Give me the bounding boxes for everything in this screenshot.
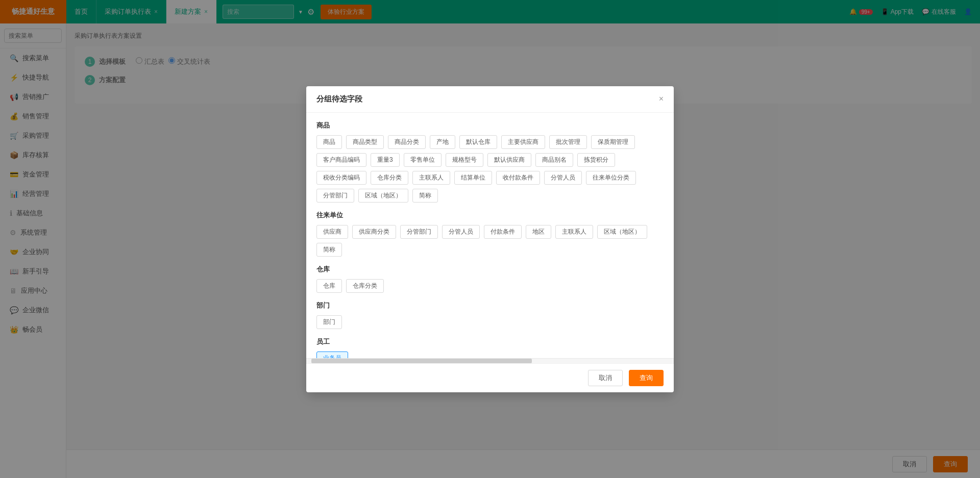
modal-header: 分组待选字段 × [306, 86, 674, 113]
field-tag[interactable]: 区域（地区） [358, 189, 408, 203]
modal-title: 分组待选字段 [316, 94, 362, 104]
section-warehouse: 仓库 仓库 仓库分类 [316, 265, 664, 293]
field-tag[interactable]: 仓库分类 [346, 279, 384, 293]
field-tag-employee[interactable]: 业务员 [316, 351, 348, 358]
section-employee-title: 员工 [316, 337, 664, 346]
field-tag[interactable]: 仓库 [316, 279, 342, 293]
field-tag[interactable]: 供应商分类 [352, 225, 396, 239]
field-tag[interactable]: 商品别名 [535, 153, 573, 167]
modal-footer: 取消 查询 [306, 363, 674, 392]
modal-confirm-btn[interactable]: 查询 [629, 370, 664, 386]
field-tag[interactable]: 简称 [412, 189, 438, 203]
field-tag[interactable]: 批次管理 [549, 135, 587, 149]
section-employee: 员工 业务员 [316, 337, 664, 358]
section-department-title: 部门 [316, 301, 664, 310]
field-tag[interactable]: 分管人员 [442, 225, 480, 239]
field-tag[interactable]: 零售单位 [404, 153, 442, 167]
field-tag[interactable]: 供应商 [316, 225, 348, 239]
field-tag[interactable]: 分管部门 [400, 225, 438, 239]
field-tag[interactable]: 保质期管理 [591, 135, 635, 149]
field-tag[interactable]: 区域（地区） [597, 225, 647, 239]
field-tag[interactable]: 规格型号 [446, 153, 483, 167]
field-tag[interactable]: 默认供应商 [487, 153, 531, 167]
field-tag[interactable]: 客户商品编码 [316, 153, 366, 167]
field-tag[interactable]: 主要供应商 [501, 135, 545, 149]
field-tag[interactable]: 默认仓库 [459, 135, 497, 149]
field-select-modal: 分组待选字段 × 商品 商品 商品类型 商品分类 产地 默认仓库 主要供应商 批… [306, 86, 674, 392]
section-goods-title: 商品 [316, 121, 664, 130]
field-tag[interactable]: 付款条件 [484, 225, 522, 239]
field-tag[interactable]: 商品类型 [346, 135, 384, 149]
field-tag[interactable]: 部门 [316, 315, 342, 329]
field-tag[interactable]: 主联系人 [555, 225, 593, 239]
field-tag[interactable]: 主联系人 [412, 171, 450, 185]
field-tag[interactable]: 分管部门 [316, 189, 354, 203]
modal-body: 商品 商品 商品类型 商品分类 产地 默认仓库 主要供应商 批次管理 保质期管理… [306, 113, 674, 358]
field-tag[interactable]: 重量3 [371, 153, 400, 167]
field-tag[interactable]: 地区 [526, 225, 551, 239]
section-employee-grid: 业务员 [316, 351, 664, 358]
modal-cancel-btn[interactable]: 取消 [588, 370, 623, 386]
field-tag[interactable]: 税收分类编码 [316, 171, 366, 185]
section-department-grid: 部门 [316, 315, 664, 329]
field-tag[interactable]: 产地 [430, 135, 455, 149]
section-goods-grid: 商品 商品类型 商品分类 产地 默认仓库 主要供应商 批次管理 保质期管理 客户… [316, 135, 664, 203]
field-tag[interactable]: 简称 [316, 243, 342, 257]
section-partner-title: 往来单位 [316, 211, 664, 220]
modal-close-btn[interactable]: × [659, 94, 664, 104]
section-warehouse-grid: 仓库 仓库分类 [316, 279, 664, 293]
field-tag[interactable]: 商品分类 [388, 135, 426, 149]
modal-overlay: 分组待选字段 × 商品 商品 商品类型 商品分类 产地 默认仓库 主要供应商 批… [0, 0, 980, 478]
field-tag[interactable]: 仓库分类 [371, 171, 408, 185]
section-department: 部门 部门 [316, 301, 664, 329]
section-goods: 商品 商品 商品类型 商品分类 产地 默认仓库 主要供应商 批次管理 保质期管理… [316, 121, 664, 203]
field-tag[interactable]: 收付款条件 [496, 171, 540, 185]
field-tag[interactable]: 分管人员 [544, 171, 582, 185]
modal-horizontal-scrollbar[interactable] [306, 358, 674, 363]
field-tag[interactable]: 往来单位分类 [586, 171, 636, 185]
section-partner-grid: 供应商 供应商分类 分管部门 分管人员 付款条件 地区 主联系人 区域（地区） … [316, 225, 664, 257]
field-tag[interactable]: 商品 [316, 135, 342, 149]
section-warehouse-title: 仓库 [316, 265, 664, 274]
field-tag[interactable]: 结算单位 [454, 171, 492, 185]
field-tag[interactable]: 拣货积分 [577, 153, 615, 167]
section-partner: 往来单位 供应商 供应商分类 分管部门 分管人员 付款条件 地区 主联系人 区域… [316, 211, 664, 257]
